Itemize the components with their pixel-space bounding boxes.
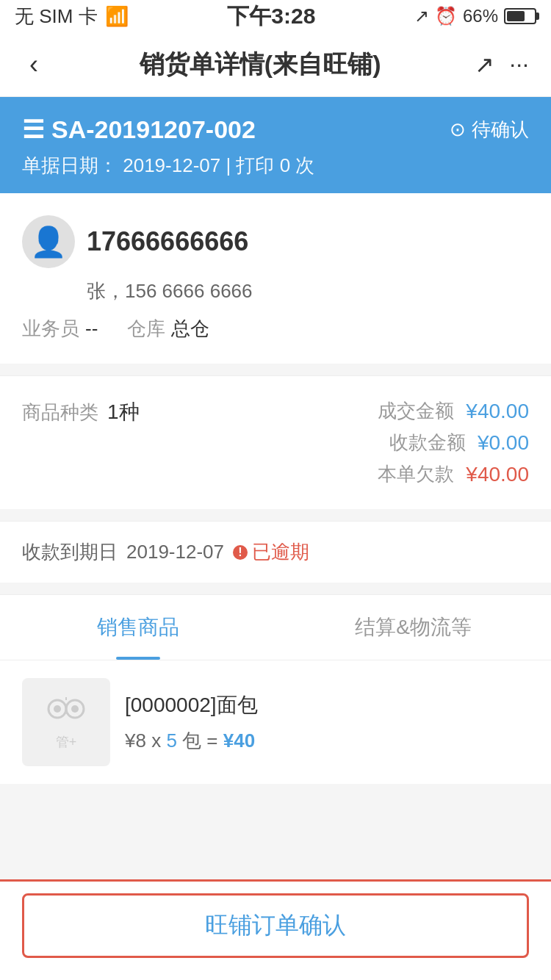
overdue-dot-icon: ! bbox=[233, 545, 248, 560]
product-price: ¥8 x 5 包 = ¥40 bbox=[125, 728, 529, 754]
date-label: 单据日期： bbox=[22, 154, 118, 176]
received-value: ¥0.00 bbox=[478, 431, 529, 455]
type-value: 1种 bbox=[107, 398, 140, 426]
nav-bar: ‹ 销货单详情(来自旺铺) ↗ ··· bbox=[0, 32, 551, 97]
battery-icon bbox=[504, 8, 536, 24]
tab-sales[interactable]: 销售商品 bbox=[0, 595, 276, 660]
product-info: [0000002]面包 ¥8 x 5 包 = ¥40 bbox=[125, 691, 529, 754]
order-status: ⊙ 待确认 bbox=[450, 117, 529, 143]
customer-card: 👤 17666666666 张，156 6666 6666 业务员 -- 仓库 … bbox=[0, 193, 551, 364]
product-thumbnail: 管+ bbox=[22, 678, 110, 766]
transaction-value: ¥40.00 bbox=[466, 400, 529, 423]
back-button[interactable]: ‹ bbox=[22, 42, 46, 87]
print-info: | 打印 0 次 bbox=[226, 154, 314, 176]
customer-name: 张，156 6666 6666 bbox=[22, 278, 529, 304]
status-clock-icon: ⊙ bbox=[450, 118, 466, 141]
received-label: 收款金额 bbox=[389, 430, 466, 455]
salesperson-label: 业务员 bbox=[22, 316, 79, 342]
status-text: 待确认 bbox=[472, 117, 529, 143]
status-right: ↗ ⏰ 66% bbox=[414, 6, 536, 26]
owed-value: ¥40.00 bbox=[466, 463, 529, 486]
price-equals: = bbox=[206, 729, 223, 752]
avatar: 👤 bbox=[22, 215, 75, 268]
due-date-label: 收款到期日 bbox=[22, 539, 118, 565]
salesperson-value: -- bbox=[85, 317, 98, 340]
summary-card: 商品种类 1种 成交金额 ¥40.00 收款金额 ¥0.00 本单欠款 ¥40.… bbox=[0, 376, 551, 509]
order-header-top: ☰ SA-20191207-002 ⊙ 待确认 bbox=[22, 115, 529, 144]
customer-phone: 17666666666 bbox=[87, 226, 248, 257]
status-time: 下午3:28 bbox=[227, 1, 315, 32]
location-icon: ↗ bbox=[414, 6, 429, 26]
product-thumb-inner: 管+ bbox=[44, 694, 88, 751]
nav-actions: ↗ ··· bbox=[475, 51, 529, 79]
product-item[interactable]: 管+ [0000002]面包 ¥8 x 5 包 = ¥40 bbox=[0, 660, 551, 784]
overdue-text: 已逾期 bbox=[252, 539, 309, 565]
transaction-row: 成交金额 ¥40.00 bbox=[378, 398, 529, 424]
confirm-button[interactable]: 旺铺订单确认 bbox=[22, 893, 529, 958]
tab-sales-label: 销售商品 bbox=[97, 613, 179, 641]
type-label: 商品种类 bbox=[22, 400, 98, 425]
tabs: 销售商品 结算&物流等 bbox=[0, 595, 551, 660]
status-left: 无 SIM 卡 📶 bbox=[15, 4, 129, 29]
order-id-text: SA-20191207-002 bbox=[51, 115, 256, 144]
due-date-value: 2019-12-07 bbox=[126, 541, 224, 563]
product-unit: 包 bbox=[182, 729, 201, 752]
unit-price: ¥8 bbox=[125, 729, 146, 752]
svg-point-2 bbox=[54, 705, 61, 713]
tab-settlement-label: 结算&物流等 bbox=[355, 613, 472, 641]
price-multiply: x bbox=[151, 729, 166, 752]
wifi-icon: 📶 bbox=[105, 5, 129, 28]
more-button[interactable]: ··· bbox=[509, 51, 529, 78]
carrier-text: 无 SIM 卡 bbox=[15, 4, 98, 29]
overdue-badge: ! 已逾期 bbox=[233, 539, 309, 565]
status-bar: 无 SIM 卡 📶 下午3:28 ↗ ⏰ 66% bbox=[0, 0, 551, 32]
page-title: 销货单详情(来自旺铺) bbox=[140, 48, 381, 82]
warehouse-value: 总仓 bbox=[171, 316, 209, 342]
summary-right: 成交金额 ¥40.00 收款金额 ¥0.00 本单欠款 ¥40.00 bbox=[378, 398, 529, 487]
avatar-icon: 👤 bbox=[30, 225, 67, 259]
bottom-bar: 旺铺订单确认 bbox=[0, 879, 551, 980]
brand-plus: 管+ bbox=[56, 733, 77, 751]
alarm-icon: ⏰ bbox=[435, 6, 457, 26]
share-button[interactable]: ↗ bbox=[475, 51, 494, 79]
product-name: [0000002]面包 bbox=[125, 691, 529, 719]
owed-label: 本单欠款 bbox=[378, 461, 454, 487]
product-total: ¥40 bbox=[223, 729, 255, 752]
received-row: 收款金额 ¥0.00 bbox=[389, 430, 529, 455]
summary-left: 商品种类 1种 bbox=[22, 398, 140, 426]
order-header: ☰ SA-20191207-002 ⊙ 待确认 单据日期： 2019-12-07… bbox=[0, 97, 551, 193]
product-qty: 5 bbox=[166, 729, 176, 752]
due-date-card: 收款到期日 2019-12-07 ! 已逾期 bbox=[0, 522, 551, 583]
battery-percent: 66% bbox=[463, 6, 498, 26]
customer-header: 👤 17666666666 bbox=[22, 215, 529, 268]
order-date-row: 单据日期： 2019-12-07 | 打印 0 次 bbox=[22, 153, 529, 179]
owl-icon bbox=[44, 694, 88, 730]
warehouse-item: 仓库 总仓 bbox=[127, 316, 209, 342]
order-id-icon: ☰ bbox=[22, 115, 44, 144]
tab-settlement[interactable]: 结算&物流等 bbox=[276, 595, 551, 660]
owed-row: 本单欠款 ¥40.00 bbox=[378, 461, 529, 487]
salesperson-item: 业务员 -- bbox=[22, 316, 98, 342]
tab-active-underline bbox=[116, 657, 160, 660]
order-date-value: 2019-12-07 bbox=[123, 154, 220, 176]
customer-meta: 业务员 -- 仓库 总仓 bbox=[22, 316, 529, 342]
summary-row: 商品种类 1种 成交金额 ¥40.00 收款金额 ¥0.00 本单欠款 ¥40.… bbox=[22, 398, 529, 487]
warehouse-label: 仓库 bbox=[127, 316, 165, 342]
transaction-label: 成交金额 bbox=[378, 398, 454, 424]
order-id: ☰ SA-20191207-002 bbox=[22, 115, 256, 144]
svg-point-3 bbox=[71, 705, 79, 713]
battery-fill bbox=[507, 11, 525, 21]
